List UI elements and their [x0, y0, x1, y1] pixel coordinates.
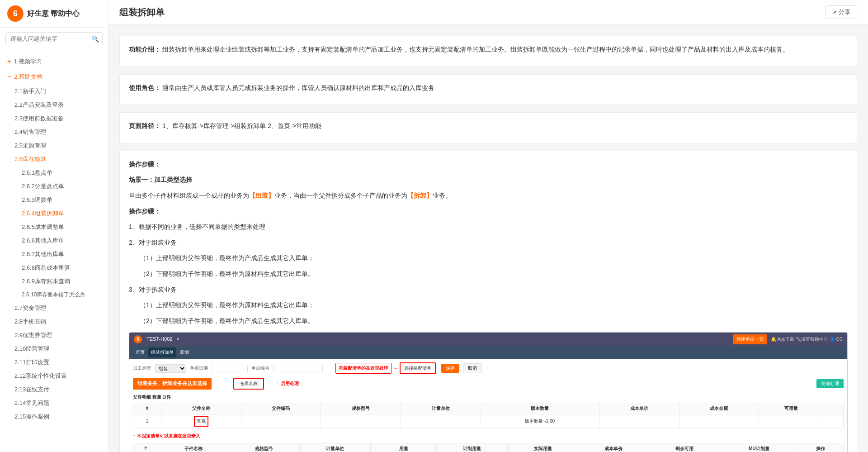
- logo-icon: 6: [7, 5, 24, 22]
- sidebar: 6 好生意 帮助中心 🔍 + 1.视频学习 − 2.帮助文档 2.1新手入门 2…: [0, 0, 108, 452]
- mock-form-area: 加工类型 组装 拆卸 单据日期 2019-12-26 单据编号 AD-20191…: [129, 359, 847, 452]
- mock-nav-add[interactable]: 新增: [177, 347, 192, 357]
- sidebar-item-sub261[interactable]: 2.6.1盘点单: [0, 166, 108, 180]
- sidebar-item-label: 2.帮助文档: [14, 73, 42, 81]
- sidebar-item-sub27[interactable]: 2.7资金管理: [0, 301, 108, 315]
- path-card: 页面路径： 1、库存核算->库存管理->组装拆卸单 2、首页->常用功能: [119, 112, 857, 143]
- sidebar-item-sub26[interactable]: 2.6库存核算: [0, 152, 108, 166]
- mock-save-btn[interactable]: 保存: [441, 364, 459, 373]
- logo-text: 好生意 帮助中心: [27, 9, 80, 19]
- step3-label: 3、对于拆装业务: [129, 284, 848, 296]
- sidebar-item-sub24[interactable]: 2.4销售管理: [0, 125, 108, 139]
- mock-new-btn[interactable]: 新建单据一览: [733, 334, 767, 344]
- ops-steps-label: 操作步骤：: [129, 205, 848, 218]
- main-body: 功能介绍： 组装拆卸单用来处理企业组装或拆卸等加工业务，支持有固定装配清单的产品…: [108, 25, 868, 452]
- expand-icon: +: [7, 58, 11, 65]
- ops-card: 操作步骤： 场景一：加工类型选择 当由多个子件材料组装成一个成品的业务为【组装】…: [119, 151, 857, 452]
- mock-subnav: 首页 组装拆卸单 新增: [129, 346, 847, 359]
- sidebar-item-sub25[interactable]: 2.5采购管理: [0, 139, 108, 152]
- sidebar-item-sub214[interactable]: 2.14常见问题: [0, 396, 108, 410]
- path-text: 页面路径： 1、库存核算->库存管理->组装拆卸单 2、首页->常用功能: [129, 120, 848, 132]
- sidebar-item-sub212[interactable]: 2.12系统个性化设置: [0, 369, 108, 383]
- sidebar-item-sub28[interactable]: 2.8手机旺铺: [0, 315, 108, 328]
- sidebar-item-sub263[interactable]: 2.6.3调拨单: [0, 193, 108, 207]
- main-content: 组装拆卸单 ↗ 分享 功能介绍： 组装拆卸单用来处理企业组装或拆卸等加工业务，支…: [108, 0, 868, 452]
- feature-intro-text: 功能介绍： 组装拆卸单用来处理企业组装或拆卸等加工业务，支持有固定装配清单的产品…: [129, 43, 848, 56]
- ops-label: 操作步骤：: [129, 158, 848, 171]
- mock-order-input[interactable]: AD-20191226-001: [273, 365, 323, 372]
- sidebar-item-sub29[interactable]: 2.9优惠券管理: [0, 328, 108, 342]
- screenshot-container: 6 TEST-H002 ▾ 新建单据一览 🔔 App下载 🔧设置帮助中心 👤 C…: [129, 332, 848, 452]
- feature-intro-card: 功能介绍： 组装拆卸单用来处理企业组装或拆卸等加工业务，支持有固定装配清单的产品…: [119, 36, 857, 67]
- page-title: 组装拆卸单: [119, 6, 165, 19]
- share-button[interactable]: ↗ 分享: [825, 5, 857, 19]
- mock-bom-btn[interactable]: 选择装配清单: [400, 362, 436, 374]
- mock-type-select[interactable]: 组装 拆卸: [155, 364, 186, 373]
- mock-date-label: 单据日期: [190, 364, 208, 372]
- sidebar-item-sub23[interactable]: 2.3使用前数据准备: [0, 112, 108, 125]
- mock-logo: 6: [134, 335, 142, 343]
- nav-list: + 1.视频学习 − 2.帮助文档 2.1新手入门 2.2产品安装及登录 2.3…: [0, 50, 108, 452]
- step2-2: （2）下部明细为子件明细，最终作为原材料生成其它出库单。: [129, 268, 848, 280]
- step2-label: 2、对于组装业务: [129, 237, 848, 249]
- sidebar-item-sub262[interactable]: 2.6.2分量盘点单: [0, 180, 108, 193]
- mock-cancel-btn[interactable]: 取消: [463, 363, 482, 373]
- sidebar-item-sub213[interactable]: 2.13在线支付: [0, 383, 108, 396]
- sidebar-item-sub22[interactable]: 2.2产品安装及登录: [0, 98, 108, 112]
- annotation-direct-input: 不固定清单可以直接在这里录入: [137, 432, 200, 440]
- mock-date-input[interactable]: 2019-12-26: [212, 365, 248, 372]
- scene1-desc: 当由多个子件材料组装成一个成品的业务为【组装】业务，当由一个父件拆分成多个子产品…: [129, 190, 848, 202]
- scene1-label: 场景一：加工类型选择: [129, 174, 848, 186]
- sidebar-item-sub21[interactable]: 2.1新手入门: [0, 85, 108, 98]
- mock-parent-name[interactable]: 夹克: [194, 416, 208, 427]
- role-text: 使用角色： 通常由生产人员或库管人员完成拆装业务的操作，库管人员确认原材料的出库…: [129, 82, 848, 94]
- mock-order-label: 单据编号: [251, 364, 269, 372]
- sidebar-item-sub266[interactable]: 2.6.6其他入库单: [0, 234, 108, 247]
- mock-parent-table-label: 父件明细 数量 1/件: [133, 393, 844, 401]
- sidebar-item-sub2610[interactable]: 2.6.10库存账本错了怎么办: [0, 288, 108, 301]
- mock-confirm-btn[interactable]: 完成处理: [816, 379, 844, 388]
- sidebar-item-docs[interactable]: − 2.帮助文档: [0, 69, 108, 85]
- sidebar-item-video[interactable]: + 1.视频学习: [0, 54, 108, 69]
- mock-nav-assembly[interactable]: 组装拆卸单: [148, 347, 176, 357]
- role-card: 使用角色： 通常由生产人员或库管人员完成拆装业务的操作，库管人员确认原材料的出库…: [119, 74, 857, 105]
- sidebar-item-sub269[interactable]: 2.6.9库存账本查询: [0, 275, 108, 288]
- sidebar-header: 6 好生意 帮助中心: [0, 0, 108, 28]
- mock-child-table: # 子件名称 规格型号 计量单位 用量 计划用量 实际用量 成本单价 剩余可用 …: [133, 443, 844, 452]
- sidebar-item-sub264[interactable]: 2.6.4组装拆卸单: [0, 207, 108, 220]
- mock-type-label: 加工类型: [133, 364, 151, 372]
- main-header: 组装拆卸单 ↗ 分享: [108, 0, 868, 25]
- sidebar-item-sub211[interactable]: 2.11打印设置: [0, 356, 108, 369]
- table-row: 1 夹克 版本数量 -1.00: [133, 414, 844, 428]
- mock-section-header: 组装业务、拆卸业务在这里选择: [133, 378, 212, 390]
- collapse-icon: −: [7, 73, 11, 81]
- sidebar-item-sub265[interactable]: 2.6.5成本调整单: [0, 220, 108, 234]
- sidebar-item-sub267[interactable]: 2.6.7其他出库单: [0, 247, 108, 261]
- annotation-enable: 启用处理: [281, 380, 299, 388]
- sidebar-item-sub268[interactable]: 2.6.8商品成本重算: [0, 261, 108, 275]
- search-box: 🔍: [0, 28, 108, 50]
- step2-1: （1）上部明细为父件明细，最终作为产成品生成其它入库单；: [129, 252, 848, 264]
- mock-appid: TEST-H002: [146, 335, 172, 344]
- mock-topbar: 6 TEST-H002 ▾ 新建单据一览 🔔 App下载 🔧设置帮助中心 👤 C…: [129, 333, 847, 346]
- mock-warehouse-input[interactable]: 仓库名称: [233, 378, 264, 390]
- step1: 1、根据不同的业务，选择不同单据的类型来处理: [129, 221, 848, 233]
- mock-nav-home[interactable]: 首页: [133, 347, 147, 357]
- sidebar-item-sub215[interactable]: 2.15操作案例: [0, 410, 108, 423]
- step3-2: （2）下部明细为子件明细，最终作为产成品生成其它入库单。: [129, 315, 848, 327]
- annotation-has-bom: 有装配清单的在这里处理: [335, 363, 392, 374]
- step3-1: （1）上部明细为父件明细，最终作为原材料生成其它出库单；: [129, 299, 848, 311]
- search-icon[interactable]: 🔍: [91, 35, 99, 43]
- sidebar-item-sub210[interactable]: 2.10经营管理: [0, 342, 108, 356]
- share-icon: ↗: [832, 9, 837, 16]
- sidebar-item-label: 1.视频学习: [14, 57, 42, 66]
- search-input[interactable]: [5, 32, 103, 45]
- mock-parent-table: # 父件名称 父件编码 规格型号 计量单位 版本数量 成本单价 成本金额 可用量: [133, 403, 844, 428]
